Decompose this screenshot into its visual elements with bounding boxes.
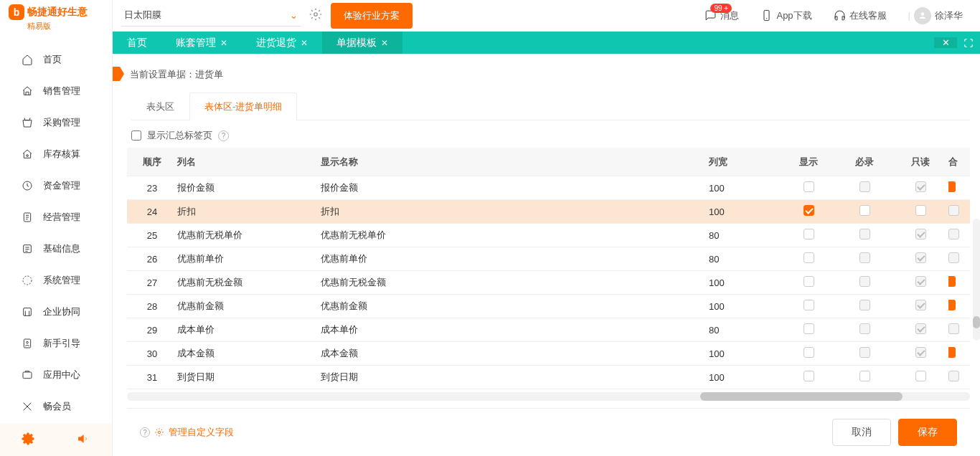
th-show: 显示 [781, 156, 837, 168]
svg-point-14 [158, 431, 161, 434]
subtabs: 表头区 表体区-进货单明细 [131, 92, 970, 120]
checkbox [915, 252, 926, 263]
checkbox [915, 300, 926, 310]
sidebar-item-2[interactable]: 采购管理 [0, 107, 112, 138]
checkbox [859, 276, 870, 287]
volume-icon[interactable] [77, 432, 90, 447]
svg-rect-5 [24, 308, 32, 316]
indicator-icon [948, 276, 956, 287]
footer: ? 管理自定义字段 取消 保存 [127, 408, 970, 446]
th-col: 列名 [177, 156, 321, 168]
cancel-button[interactable]: 取消 [832, 419, 891, 446]
indicator-icon [948, 347, 956, 358]
breadcrumb: 当前设置单据：进货单 [130, 64, 970, 81]
gear-icon[interactable] [309, 8, 322, 23]
messages-badge: 99 + [710, 4, 732, 13]
sidebar-item-7[interactable]: 系统管理 [0, 265, 112, 296]
close-all-tabs-button[interactable]: ✕ [934, 37, 957, 48]
checkbox[interactable] [804, 300, 814, 310]
messages-button[interactable]: 99 + 消息 [705, 9, 739, 22]
checkbox[interactable] [804, 205, 814, 216]
sidebar-footer [0, 423, 112, 456]
tab-3[interactable]: 单据模板✕ [322, 32, 402, 54]
vertical-scrollbar[interactable] [973, 219, 980, 341]
sidebar-item-0[interactable]: 首页 [0, 44, 112, 75]
checkbox [915, 276, 926, 287]
tab-close-icon[interactable]: ✕ [381, 38, 388, 48]
company-select[interactable]: 日太阳膜 ⌄ [121, 4, 301, 27]
subtab-header[interactable]: 表头区 [131, 92, 189, 120]
tab-1[interactable]: 账套管理✕ [161, 32, 242, 54]
app-download-button[interactable]: App下载 [760, 9, 811, 22]
user-menu[interactable]: | 徐泽华 [908, 7, 963, 24]
checkbox [859, 323, 870, 334]
checkbox [915, 229, 926, 239]
th-width: 列宽 [709, 156, 781, 168]
checkbox[interactable] [804, 252, 814, 263]
sidebar-item-8[interactable]: 企业协同 [0, 296, 112, 328]
checkbox [859, 300, 870, 310]
subtab-body[interactable]: 表体区-进货单明细 [189, 92, 297, 120]
table-row[interactable]: 26优惠前单价优惠前单价80 [127, 247, 970, 271]
sidebar-item-5[interactable]: 经营管理 [0, 201, 112, 233]
sidebar-item-4[interactable]: 资金管理 [0, 170, 112, 201]
checkbox[interactable] [804, 181, 814, 192]
checkbox[interactable] [859, 205, 870, 216]
checkbox [948, 252, 959, 263]
sidebar-item-1[interactable]: 销售管理 [0, 75, 112, 107]
save-button[interactable]: 保存 [898, 419, 957, 446]
table-row[interactable]: 23报价金额报价金额100 [127, 176, 970, 200]
tab-2[interactable]: 进货退货✕ [242, 32, 322, 54]
indicator-icon [948, 181, 956, 192]
chevron-down-icon: ⌄ [290, 10, 298, 21]
trial-button[interactable]: 体验行业方案 [331, 3, 413, 29]
checkbox [915, 323, 926, 334]
sidebar-item-6[interactable]: 基础信息 [0, 233, 112, 265]
svg-rect-12 [764, 10, 769, 20]
checkbox[interactable] [804, 323, 814, 334]
logo-edition: 精易版 [9, 21, 103, 32]
checkbox[interactable] [804, 347, 814, 358]
table-row[interactable]: 25优惠前无税单价优惠前无税单价80 [127, 224, 970, 247]
checkbox [859, 252, 870, 263]
table-row[interactable]: 28优惠前金额优惠前金额100 [127, 295, 970, 318]
checkbox[interactable] [915, 205, 926, 216]
settings-icon[interactable] [22, 432, 34, 447]
checkbox[interactable] [804, 276, 814, 287]
sidebar-item-9[interactable]: 新手引导 [0, 328, 112, 359]
summary-checkbox[interactable] [131, 130, 141, 141]
tab-close-icon[interactable]: ✕ [220, 38, 227, 48]
table-row[interactable]: 29成本单价成本单价80 [127, 318, 970, 342]
checkbox[interactable] [915, 371, 926, 381]
support-button[interactable]: 在线客服 [834, 9, 887, 22]
checkbox [859, 347, 870, 358]
checkbox[interactable] [804, 229, 814, 239]
ribbon-icon [113, 67, 120, 81]
fullscreen-button[interactable] [957, 38, 980, 48]
tabstrip: 首页账套管理✕进货退货✕单据模板✕ ✕ [113, 32, 980, 54]
checkbox [915, 181, 926, 192]
sidebar-item-3[interactable]: 库存核算 [0, 138, 112, 170]
avatar-icon [914, 7, 931, 24]
svg-point-7 [27, 341, 29, 343]
tab-0[interactable]: 首页 [113, 32, 161, 54]
svg-point-11 [314, 13, 318, 16]
sidebar-item-10[interactable]: 应用中心 [0, 359, 112, 391]
table-row[interactable]: 31到货日期到货日期100 [127, 366, 970, 389]
help-icon[interactable]: ? [218, 130, 229, 141]
th-total: 合 [948, 156, 970, 168]
manage-custom-fields-link[interactable]: ? 管理自定义字段 [140, 426, 234, 439]
checkbox [859, 181, 870, 192]
tab-close-icon[interactable]: ✕ [301, 38, 308, 48]
checkbox[interactable] [859, 371, 870, 381]
content: 当前设置单据：进货单 表头区 表体区-进货单明细 显示汇总标签页 ? 顺序 列名… [113, 54, 980, 456]
logo: b 畅捷通好生意 精易版 [0, 0, 112, 41]
checkbox[interactable] [804, 371, 814, 381]
table-row[interactable]: 30成本金额成本金额100 [127, 342, 970, 366]
table-row[interactable]: 27优惠前无税金额优惠前无税金额100 [127, 271, 970, 295]
checkbox [948, 323, 959, 334]
table-row[interactable]: 24折扣折扣100 [127, 200, 970, 224]
sidebar-item-11[interactable]: 畅会员 [0, 391, 112, 422]
checkbox [859, 229, 870, 239]
horizontal-scrollbar[interactable] [127, 392, 970, 401]
